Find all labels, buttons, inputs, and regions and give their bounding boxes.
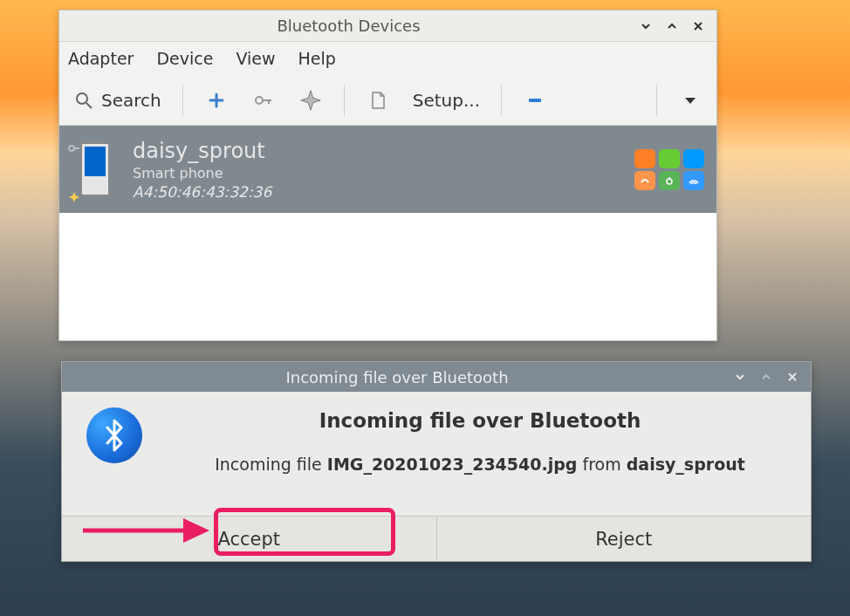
svg-point-0: [77, 93, 87, 104]
bluetooth-icon: [86, 407, 142, 463]
dialog-buttons: Accept Reject: [62, 516, 811, 561]
incoming-titlebar[interactable]: Incoming file over Bluetooth: [62, 362, 811, 392]
device-name: daisy_sprout: [133, 139, 620, 163]
svg-rect-5: [529, 99, 541, 102]
add-device-button[interactable]: [199, 87, 234, 113]
close-icon[interactable]: [689, 17, 708, 36]
service-badge-1: [634, 149, 655, 168]
trust-button[interactable]: [293, 84, 328, 117]
phone-icon: [72, 137, 119, 202]
dialog-subtext: Incoming file IMG_20201023_234540.jpg fr…: [168, 455, 792, 474]
svg-line-1: [86, 103, 92, 108]
service-badge-6: [683, 171, 704, 190]
svg-point-6: [69, 146, 74, 151]
setup-button[interactable]: Setup...: [408, 86, 485, 114]
minimize-icon[interactable]: [636, 17, 655, 36]
menu-adapter[interactable]: Adapter: [68, 49, 134, 68]
incoming-file-dialog: Incoming file over Bluetooth Incoming fi…: [61, 361, 812, 562]
incoming-title: Incoming file over Bluetooth: [71, 368, 723, 387]
service-badge-2: [659, 149, 680, 168]
dialog-heading: Incoming file over Bluetooth: [168, 409, 792, 432]
menu-device[interactable]: Device: [156, 49, 213, 68]
dialog-sub-prefix: Incoming file: [215, 455, 327, 474]
service-badges: [634, 149, 704, 190]
device-address: A4:50:46:43:32:36: [133, 183, 620, 201]
overflow-button[interactable]: [673, 89, 708, 112]
magnifier-icon: [73, 90, 94, 111]
chevron-down-icon: [682, 92, 698, 108]
device-info: daisy_sprout Smart phone A4:50:46:43:32:…: [133, 139, 620, 201]
maximize-icon[interactable]: [662, 17, 682, 36]
toolbar: Search Setup...: [59, 75, 716, 126]
star-icon: [298, 87, 323, 113]
search-label: Search: [101, 90, 161, 111]
toolbar-separator-2: [344, 85, 345, 116]
plus-icon: [207, 91, 226, 110]
devices-titlebar[interactable]: Bluetooth Devices: [59, 10, 716, 42]
send-file-button[interactable]: [360, 86, 395, 114]
dialog-sub-mid: from: [577, 455, 626, 474]
key-icon: [252, 89, 275, 112]
maximize-icon: [757, 367, 776, 387]
close-icon[interactable]: [783, 367, 802, 387]
service-badge-3: [683, 149, 704, 168]
paired-key-icon: [68, 142, 80, 154]
dialog-body: Incoming file over Bluetooth Incoming fi…: [62, 392, 811, 516]
toolbar-separator-4: [656, 85, 657, 116]
pair-button[interactable]: [246, 86, 281, 115]
toolbar-separator: [182, 85, 183, 116]
remove-device-button[interactable]: [518, 87, 552, 113]
minus-icon: [525, 91, 545, 110]
devices-window-title: Bluetooth Devices: [68, 17, 629, 35]
svg-point-2: [256, 97, 263, 104]
device-type: Smart phone: [133, 165, 620, 181]
dialog-filename: IMG_20201023_234540.jpg: [327, 455, 578, 474]
menu-view[interactable]: View: [236, 49, 275, 68]
service-badge-5: [659, 171, 680, 190]
setup-label: Setup...: [413, 90, 480, 111]
device-row[interactable]: daisy_sprout Smart phone A4:50:46:43:32:…: [59, 126, 716, 213]
toolbar-separator-3: [501, 85, 502, 116]
menubar: Adapter Device View Help: [59, 42, 716, 75]
svg-point-8: [667, 179, 672, 184]
bluetooth-devices-window: Bluetooth Devices Adapter Device View He…: [58, 10, 717, 341]
minimize-icon[interactable]: [730, 367, 750, 387]
menu-help[interactable]: Help: [298, 49, 335, 68]
device-list[interactable]: daisy_sprout Smart phone A4:50:46:43:32:…: [59, 126, 716, 340]
document-icon: [367, 90, 388, 111]
trusted-star-icon: [68, 191, 80, 203]
service-badge-4: [634, 171, 655, 190]
accept-button[interactable]: Accept: [62, 517, 436, 561]
reject-button[interactable]: Reject: [436, 517, 812, 561]
search-button[interactable]: Search: [68, 86, 167, 114]
dialog-sender: daisy_sprout: [627, 455, 745, 474]
